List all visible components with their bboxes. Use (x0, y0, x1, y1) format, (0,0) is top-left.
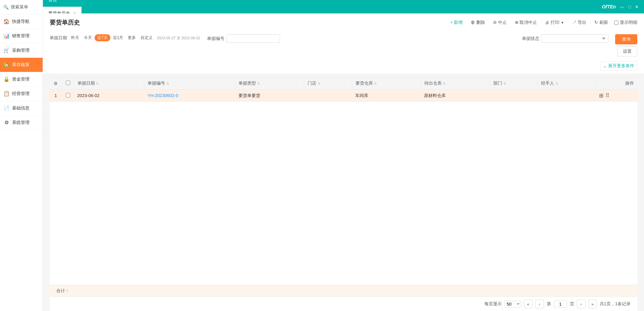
date-btn-今天[interactable]: 今天 (82, 34, 94, 41)
row-more-btn[interactable]: ⠿ (605, 92, 609, 99)
content: 要货单历史 + 新增 🗑 删除 ⊘ 中止 ⊗ 取消中止 🖨 打印 ▼ ↗ 导出 … (43, 13, 644, 311)
settings-icon[interactable]: ⚙ (54, 81, 58, 86)
topbar-right: OfTEn — □ ✕ (602, 4, 644, 9)
page-header: 要货单历史 + 新增 🗑 删除 ⊘ 中止 ⊗ 取消中止 🖨 打印 ▼ ↗ 导出 … (43, 13, 644, 74)
date-range-display: 2023-05-27 至 2023-06-02 (157, 36, 200, 41)
status-label: 单据状态 (522, 36, 539, 42)
maximize-btn[interactable]: □ (628, 4, 631, 9)
prev-page-btn[interactable]: ‹ (535, 300, 544, 308)
th-store: 门店 ⇅ (304, 77, 352, 90)
content-body: ⚙ 单据日期 ⇅ 单据编号 ⇅ (43, 74, 644, 311)
topbar: 首页要货单历史× OfTEn — □ ✕ (43, 0, 644, 13)
date-btn-更多[interactable]: 更多 (126, 34, 138, 41)
pagination-bar: 每页显示 102050100 « ‹ 第 页 › » 共1页，1条记录 (50, 297, 637, 311)
cell-req-warehouse: 车间库 (352, 90, 421, 102)
doc-no-filter-group: 单据编号 (207, 34, 280, 43)
sort-doctype-icon[interactable]: ⇅ (257, 82, 260, 85)
date-btn-近7天[interactable]: 近7天 (95, 34, 110, 41)
date-btn-自定义[interactable]: 自定义 (139, 34, 155, 41)
th-checkbox (62, 77, 74, 90)
row-checkbox[interactable] (66, 93, 70, 97)
query-button[interactable]: 查询 (615, 34, 637, 44)
cell-doc-type: 要货单要货 (235, 90, 304, 102)
date-btn-昨天[interactable]: 昨天 (69, 34, 81, 41)
sort-store-icon[interactable]: ⇅ (318, 82, 320, 85)
last-page-btn[interactable]: » (588, 300, 597, 308)
date-filter-group: 单据日期 昨天今天近7天近1月更多自定义 2023-05-27 至 2023-0… (50, 34, 200, 41)
date-range-btns: 昨天今天近7天近1月更多自定义 (69, 34, 155, 41)
sidebar-item-system[interactable]: ⚙系统管理 (0, 116, 43, 130)
filter-bottom-row: ⌄ 展开更多条件 (50, 59, 637, 74)
minimize-btn[interactable]: — (620, 4, 624, 9)
sidebar-item-label: 库存核算 (12, 62, 30, 68)
sort-docno-icon[interactable]: ⇅ (166, 82, 169, 85)
expand-more-btn[interactable]: ⌄ 展开更多条件 (600, 61, 637, 71)
th-settings[interactable]: ⚙ (50, 77, 62, 90)
page-title: 要货单历史 (50, 18, 80, 27)
main-area: 首页要货单历史× OfTEn — □ ✕ 要货单历史 + 新增 🗑 删除 ⊘ 中… (43, 0, 644, 311)
cell-actions: ⊞ ⠿ (596, 90, 637, 102)
cell-department (490, 90, 537, 102)
doc-no-link[interactable]: YH-20230602-0 (148, 93, 178, 98)
stop-button[interactable]: ⊘ 中止 (491, 18, 509, 27)
sidebar-item-operations[interactable]: 📋经营管理 (0, 87, 43, 101)
page-number-input[interactable] (554, 301, 567, 308)
new-button[interactable]: + 新增 (448, 18, 465, 27)
first-page-btn[interactable]: « (524, 300, 533, 308)
sidebar-item-sales[interactable]: 📊销售管理 (0, 29, 43, 43)
sidebar-item-label: 采购管理 (12, 47, 30, 53)
sort-handler-icon[interactable]: ⇅ (555, 82, 558, 85)
th-pending-warehouse: 待出仓库 ⇅ (421, 77, 490, 90)
sidebar-search[interactable]: 🔍 搜索菜单 (0, 0, 43, 14)
export-button[interactable]: ↗ 导出 (570, 18, 589, 27)
cell-store (304, 90, 352, 102)
cancel-stop-button[interactable]: ⊗ 取消中止 (513, 18, 539, 27)
sort-dept-icon[interactable]: ⇅ (503, 82, 506, 85)
finance-icon: 🔒 (3, 76, 9, 82)
date-filter-label: 单据日期 (50, 35, 67, 41)
delete-button[interactable]: 🗑 删除 (469, 18, 487, 27)
th-actions: 操作 (596, 77, 637, 90)
page-size-select[interactable]: 102050100 (504, 301, 521, 308)
status-select[interactable] (541, 34, 608, 43)
data-table: ⚙ 单据日期 ⇅ 单据编号 ⇅ (50, 77, 637, 102)
th-handler: 经手人 ⇅ (538, 77, 596, 90)
system-icon: ⚙ (3, 120, 9, 126)
purchase-icon: 🛒 (3, 47, 9, 53)
sidebar: 🔍 搜索菜单 🏠快捷导航📊销售管理🛒采购管理🏡库存核算🔒资金管理📋经营管理📄基础… (0, 0, 43, 311)
date-btn-近1月[interactable]: 近1月 (111, 34, 125, 41)
sidebar-item-label: 系统管理 (12, 120, 30, 126)
refresh-button[interactable]: ↻ 刷新 (592, 18, 610, 27)
display-detail-toggle[interactable]: 显示明细 (614, 19, 637, 26)
tab-home[interactable]: 首页 (43, 0, 82, 7)
row-edit-btn[interactable]: ⊞ (599, 92, 603, 99)
doc-no-label: 单据编号 (207, 36, 224, 42)
sort-date-icon[interactable]: ⇅ (96, 82, 99, 85)
brand-label: OfTEn (602, 4, 616, 9)
page-size-label: 每页显示 (484, 301, 502, 307)
sidebar-item-label: 销售管理 (12, 33, 30, 39)
sidebar-item-quick-nav[interactable]: 🏠快捷导航 (0, 14, 43, 29)
sidebar-item-purchase[interactable]: 🛒采购管理 (0, 43, 43, 58)
close-btn[interactable]: ✕ (635, 4, 639, 9)
table-wrapper: ⚙ 单据日期 ⇅ 单据编号 ⇅ (50, 77, 637, 285)
th-doc-no: 单据编号 ⇅ (144, 77, 235, 90)
th-req-warehouse: 要货仓库 ⇅ (352, 77, 421, 90)
cell-date: 2023-06-02 (74, 90, 144, 102)
sort-reqwh-icon[interactable]: ⇅ (374, 82, 377, 85)
select-all-checkbox[interactable] (66, 81, 70, 85)
sidebar-item-inventory[interactable]: 🏡库存核算 (0, 58, 43, 72)
sort-pendwh-icon[interactable]: ⇅ (443, 82, 445, 85)
basic-info-icon: 📄 (3, 105, 9, 111)
cell-handler (538, 90, 596, 102)
doc-no-input[interactable] (226, 34, 280, 43)
sidebar-item-finance[interactable]: 🔒资金管理 (0, 72, 43, 87)
th-department: 部门 ⇅ (490, 77, 537, 90)
next-page-btn[interactable]: › (577, 300, 586, 308)
sidebar-item-basic-info[interactable]: 📄基础信息 (0, 101, 43, 116)
table-row[interactable]: 1 2023-06-02 YH-20230602-0 要货单要货 车间库 原材料… (50, 90, 637, 102)
print-button[interactable]: 🖨 打印 ▼ (543, 18, 566, 27)
inventory-icon: 🏡 (3, 62, 9, 68)
setting-button[interactable]: 设置 (617, 46, 637, 56)
th-date: 单据日期 ⇅ (74, 77, 144, 90)
